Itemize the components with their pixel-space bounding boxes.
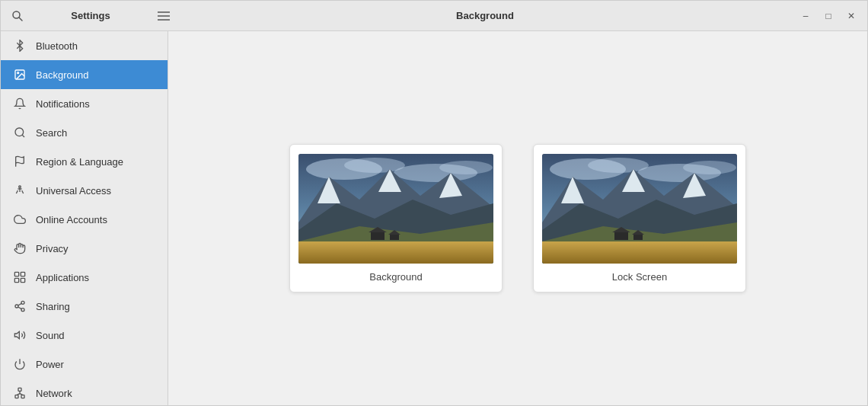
background-card[interactable]: Background — [289, 144, 503, 293]
universal-access-icon — [13, 184, 27, 197]
svg-point-48 — [683, 161, 736, 174]
sidebar-item-background[interactable]: Background — [1, 60, 168, 89]
bluetooth-label: Bluetooth — [36, 40, 78, 52]
svg-rect-39 — [298, 241, 493, 264]
sidebar-item-online-accounts[interactable]: Online Accounts — [1, 205, 168, 234]
background-card-label: Background — [369, 271, 422, 283]
hamburger-button[interactable] — [153, 5, 174, 27]
main-area: BluetoothBackgroundNotificationsSearchRe… — [1, 31, 867, 405]
close-button[interactable]: ✕ — [841, 6, 861, 26]
sharing-icon — [13, 299, 27, 313]
sidebar-item-privacy[interactable]: Privacy — [1, 234, 168, 263]
lock-screen-card[interactable]: Lock Screen — [533, 144, 746, 293]
titlebar-left: Settings — [7, 5, 174, 27]
applications-label: Applications — [36, 272, 89, 283]
svg-rect-56 — [614, 232, 628, 240]
svg-rect-24 — [15, 395, 18, 398]
svg-line-27 — [20, 394, 23, 395]
region-language-icon — [13, 155, 27, 168]
notifications-icon — [13, 97, 27, 110]
sidebar-item-universal-access[interactable]: Universal Access — [1, 176, 168, 205]
svg-rect-12 — [21, 272, 24, 276]
sound-icon — [13, 328, 27, 342]
svg-rect-58 — [633, 235, 643, 240]
svg-rect-13 — [14, 278, 18, 282]
sidebar-item-region-language[interactable]: Region & Language — [1, 147, 168, 176]
sidebar-item-notifications[interactable]: Notifications — [1, 89, 168, 118]
svg-point-16 — [15, 305, 18, 308]
minimize-button[interactable]: – — [796, 6, 815, 26]
svg-rect-11 — [14, 272, 18, 276]
svg-point-7 — [15, 128, 24, 136]
svg-point-15 — [21, 301, 24, 304]
bluetooth-icon — [13, 39, 27, 53]
sharing-label: Sharing — [36, 301, 70, 312]
svg-line-1 — [19, 18, 22, 21]
network-icon — [13, 386, 27, 400]
notifications-label: Notifications — [36, 98, 90, 110]
sound-label: Sound — [36, 330, 65, 341]
online-accounts-icon — [13, 213, 27, 226]
sidebar-item-network[interactable]: Network — [1, 379, 168, 405]
online-accounts-label: Online Accounts — [36, 214, 107, 225]
svg-line-26 — [17, 394, 20, 395]
lock-screen-card-label: Lock Screen — [612, 271, 667, 283]
svg-line-19 — [18, 303, 22, 305]
svg-rect-22 — [18, 388, 21, 391]
sidebar: BluetoothBackgroundNotificationsSearchRe… — [1, 31, 168, 405]
sidebar-item-bluetooth[interactable]: Bluetooth — [1, 31, 168, 60]
svg-point-6 — [18, 72, 19, 74]
svg-rect-42 — [390, 235, 399, 240]
maximize-button[interactable]: □ — [819, 6, 838, 26]
window-controls: – □ ✕ — [796, 6, 861, 26]
universal-access-label: Universal Access — [36, 185, 111, 197]
sidebar-item-sharing[interactable]: Sharing — [1, 292, 168, 321]
applications-icon — [13, 270, 27, 284]
privacy-icon — [13, 241, 27, 255]
svg-point-10 — [19, 186, 21, 188]
svg-marker-20 — [14, 331, 19, 338]
settings-window: Settings Background – □ ✕ BluetoothBackg… — [0, 0, 868, 406]
svg-point-32 — [439, 161, 493, 174]
sidebar-item-applications[interactable]: Applications — [1, 263, 168, 292]
titlebar-search-button[interactable] — [7, 5, 28, 27]
network-label: Network — [36, 388, 72, 399]
power-label: Power — [36, 359, 64, 370]
search-icon — [13, 126, 27, 139]
svg-rect-40 — [371, 232, 385, 240]
region-language-label: Region & Language — [36, 156, 123, 168]
svg-point-17 — [21, 308, 24, 312]
svg-rect-55 — [542, 241, 737, 264]
lock-screen-card-thumbnail — [542, 154, 737, 264]
privacy-label: Privacy — [36, 243, 69, 254]
titlebar: Settings Background – □ ✕ — [1, 1, 867, 31]
sidebar-item-search[interactable]: Search — [1, 118, 168, 147]
background-label: Background — [36, 69, 88, 81]
background-card-thumbnail — [298, 154, 493, 264]
svg-line-8 — [22, 135, 24, 137]
content-area: Background — [168, 31, 867, 405]
search-label: Search — [36, 127, 67, 139]
svg-line-18 — [18, 307, 22, 309]
svg-rect-23 — [21, 395, 24, 398]
app-name: Settings — [34, 10, 147, 21]
power-icon — [13, 357, 27, 371]
page-title: Background — [174, 10, 796, 21]
background-icon — [13, 68, 27, 82]
svg-rect-14 — [21, 278, 24, 282]
sidebar-item-sound[interactable]: Sound — [1, 321, 168, 350]
sidebar-item-power[interactable]: Power — [1, 350, 168, 379]
